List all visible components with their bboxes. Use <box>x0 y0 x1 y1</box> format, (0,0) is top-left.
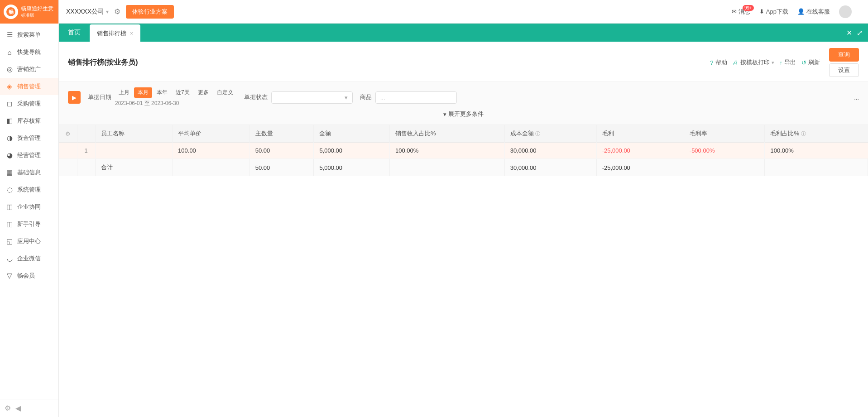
expand-conditions-button[interactable]: ▾ 展开更多条件 <box>443 110 484 118</box>
template-print-button[interactable]: 🖨 按模板打印 ▾ <box>733 58 774 67</box>
help-icon: ? <box>710 59 713 66</box>
table-row: 1 100.00 50.00 5,000.00 100.00% 30,000.0… <box>59 143 868 159</box>
avatar[interactable] <box>839 5 852 18</box>
sidebar-item-enterprise-wechat[interactable]: ◡ 企业微信 <box>0 250 58 267</box>
window-close-icon[interactable]: ✕ <box>846 29 852 37</box>
chevron-down-icon: ▾ <box>106 9 109 15</box>
sidebar-item-basic-info[interactable]: ▦ 基础信息 <box>0 164 58 181</box>
app-center-icon: ◱ <box>5 237 14 245</box>
row-settings <box>59 143 77 159</box>
date-tab-this-month[interactable]: 本月 <box>134 87 152 98</box>
expand-icon: ▾ <box>443 111 446 118</box>
sidebar-item-enterprise-coop[interactable]: ◫ 企业协同 <box>0 198 58 216</box>
basic-info-icon: ▦ <box>5 168 14 177</box>
date-filter: 单据日期 上月 本月 本年 近7天 更多 自定义 2023-06-01 至 20… <box>88 87 237 107</box>
date-tab-last-month[interactable]: 上月 <box>115 87 133 98</box>
sidebar-settings-icon[interactable]: ⚙ <box>5 404 11 412</box>
download-icon: ⬇ <box>759 8 764 15</box>
status-filter: 单据状态 ▾ <box>244 91 353 104</box>
export-icon: ↑ <box>780 59 783 66</box>
date-range: 2023-06-01 至 2023-06-30 <box>115 100 237 107</box>
date-tab-this-year[interactable]: 本年 <box>153 87 171 98</box>
sidebar-item-quick-nav[interactable]: ⌂ 快捷导航 <box>0 43 58 61</box>
row-gross: -25,000.00 <box>596 143 684 159</box>
tab-sales-ranking[interactable]: 销售排行榜 × <box>90 24 140 43</box>
col-gross-pct: 毛利占比% ⓘ <box>765 125 868 143</box>
help-button[interactable]: ? 帮助 <box>710 58 727 67</box>
system-icon: ◌ <box>5 186 14 194</box>
marketing-icon: ◎ <box>5 65 14 73</box>
cost-info-icon[interactable]: ⓘ <box>535 131 540 136</box>
goods-input[interactable]: ... <box>375 91 457 104</box>
col-settings[interactable]: ⚙ <box>59 125 77 143</box>
sidebar-item-inventory[interactable]: ◧ 库存核算 <box>0 112 58 129</box>
refresh-button[interactable]: ↺ 刷新 <box>801 58 820 67</box>
search-icon: ☰ <box>5 31 14 39</box>
col-employee: 员工名称 <box>95 125 173 143</box>
tab-close-icon[interactable]: × <box>130 30 133 37</box>
date-tab-custom[interactable]: 自定义 <box>213 87 237 98</box>
row-employee <box>95 143 173 159</box>
page-actions: ? 帮助 🖨 按模板打印 ▾ ↑ 导出 ↺ 刷新 <box>710 48 859 77</box>
settings-button[interactable]: 设置 <box>829 63 859 77</box>
col-gross: 毛利 <box>596 125 684 143</box>
date-tab-more[interactable]: 更多 <box>194 87 212 98</box>
topbar-right: ✉ 消息 99+ ⬇ App下载 👤 在线客服 <box>732 5 861 18</box>
company-selector[interactable]: XXXXXX公司 ▾ <box>66 8 109 16</box>
page-container: 销售排行榜(按业务员) ? 帮助 🖨 按模板打印 ▾ ↑ 导出 <box>59 42 868 417</box>
online-service-button[interactable]: 👤 在线客服 <box>797 8 830 16</box>
service-icon: 👤 <box>797 8 805 15</box>
sidebar-item-operation[interactable]: ◕ 经营管理 <box>0 147 58 164</box>
query-button[interactable]: 查询 <box>829 48 859 62</box>
status-select[interactable]: ▾ <box>271 91 353 104</box>
col-cost: 成本全额 ⓘ <box>504 125 596 143</box>
svg-text:畅: 畅 <box>9 9 14 14</box>
sidebar-footer: ⚙ ◀ <box>0 399 58 417</box>
guide-icon: ◫ <box>5 220 14 228</box>
export-button[interactable]: ↑ 导出 <box>780 58 796 67</box>
col-avg-price: 平均单价 <box>173 125 250 143</box>
print-icon: 🖨 <box>733 59 739 66</box>
app-download-button[interactable]: ⬇ App下载 <box>759 8 788 16</box>
sidebar-logo: 畅 畅康通好生意 标准版 <box>0 0 58 24</box>
date-label: 单据日期 <box>88 93 111 101</box>
footer-gross: -25,000.00 <box>596 159 684 177</box>
more-dots: ... <box>854 94 859 101</box>
footer-cost: 30,000.00 <box>504 159 596 177</box>
sidebar-collapse-icon[interactable]: ◀ <box>15 404 21 412</box>
date-tabs: 上月 本月 本年 近7天 更多 自定义 <box>115 87 237 98</box>
sidebar-item-finance[interactable]: ◑ 资金管理 <box>0 129 58 147</box>
sidebar-item-member[interactable]: ▽ 畅会员 <box>0 267 58 284</box>
message-badge: 99+ <box>743 5 754 11</box>
enterprise-coop-icon: ◫ <box>5 203 14 211</box>
trial-button[interactable]: 体验行业方案 <box>126 5 174 19</box>
page-title: 销售排行榜(按业务员) <box>68 58 138 67</box>
company-name: XXXXXX公司 <box>66 8 104 16</box>
row-gross-rate: -500.00% <box>684 143 765 159</box>
footer-main-qty: 50.00 <box>249 159 314 177</box>
filter-more-button[interactable]: ... <box>854 94 859 101</box>
sidebar-item-purchase[interactable]: ◻ 采购管理 <box>0 95 58 112</box>
filter-collapse-button[interactable]: ▶ <box>68 91 81 104</box>
sidebar-item-app-center[interactable]: ◱ 应用中心 <box>0 233 58 250</box>
gross-pct-info-icon[interactable]: ⓘ <box>801 131 806 136</box>
footer-label: 合计 <box>95 159 173 177</box>
sidebar-item-guide[interactable]: ◫ 新手引导 <box>0 216 58 233</box>
sidebar-item-system[interactable]: ◌ 系统管理 <box>0 181 58 198</box>
expand-row: ▾ 展开更多条件 <box>68 107 859 119</box>
sidebar: 畅 畅康通好生意 标准版 ☰ 搜索菜单 ⌂ 快捷导航 ◎ 营销推广 ◈ 销售管理… <box>0 0 59 417</box>
finance-icon: ◑ <box>5 134 14 142</box>
row-rank: 1 <box>77 143 95 159</box>
message-button[interactable]: ✉ 消息 99+ <box>732 8 750 16</box>
sidebar-item-search-order[interactable]: ☰ 搜索菜单 <box>0 26 58 43</box>
status-chevron-icon: ▾ <box>345 94 348 101</box>
sidebar-item-marketing[interactable]: ◎ 营销推广 <box>0 61 58 78</box>
window-maximize-icon[interactable]: ⤢ <box>857 29 863 37</box>
data-table: ⚙ 员工名称 平均单价 主数量 全额 销售收入占比% 成本全额 ⓘ 毛利 <box>59 125 868 176</box>
tab-home[interactable]: 首页 <box>59 24 90 42</box>
col-gross-rate: 毛利率 <box>684 125 765 143</box>
col-main-qty: 主数量 <box>249 125 314 143</box>
topbar-gear-icon[interactable]: ⚙ <box>114 7 120 16</box>
sidebar-item-sales[interactable]: ◈ 销售管理 <box>0 78 58 95</box>
date-tab-7-days[interactable]: 近7天 <box>172 87 193 98</box>
